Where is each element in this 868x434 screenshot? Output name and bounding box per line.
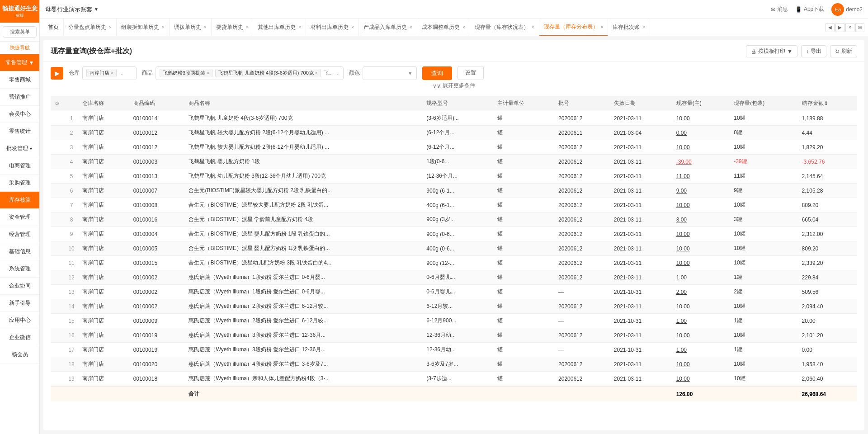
filter-expand-button[interactable]: ▶ — [51, 67, 63, 80]
settings-gear-icon[interactable]: ⚙ — [55, 100, 60, 107]
tab-close-icon[interactable]: × — [462, 25, 465, 30]
column-settings[interactable]: ⚙ — [51, 96, 63, 111]
user-avatar[interactable]: Ea demo2 — [831, 3, 863, 16]
tab-close-icon[interactable]: × — [351, 25, 354, 30]
tab-close-icon[interactable]: × — [601, 24, 604, 29]
tab-material-out-history[interactable]: 材料出库单历史 × — [306, 19, 359, 36]
row-unit: 罐 — [495, 227, 556, 241]
row-qty-main[interactable]: 11.00 — [674, 169, 731, 184]
row-qty-main[interactable]: 10.00 — [674, 299, 731, 314]
quick-nav-button[interactable]: 快捷导航 — [0, 42, 39, 54]
sidebar-item-wechat[interactable]: 企业微信 — [0, 329, 39, 346]
table-row: 17 南岸门店 00100019 惠氏启蔗（Wyeth illuma）3段奶粉 … — [51, 343, 857, 357]
tab-close-icon[interactable]: × — [162, 25, 165, 30]
expand-more-conditions[interactable]: ∨∨ 展开更多条件 — [51, 80, 857, 91]
row-qty-main[interactable]: 10.00 — [674, 198, 731, 212]
row-qty-main[interactable]: 10.00 — [674, 328, 731, 343]
row-qty-main[interactable]: 10.00 — [674, 357, 731, 372]
sidebar-item-stats[interactable]: 零售统计 — [0, 123, 39, 140]
tab-inventory-status[interactable]: 现存量（库存状况表） × — [470, 19, 539, 36]
query-button[interactable]: 查询 — [422, 66, 452, 80]
tab-close-icon[interactable]: × — [246, 25, 249, 30]
sidebar-item-system[interactable]: 系统管理 — [0, 260, 39, 278]
row-product-code: 00100002 — [131, 270, 186, 285]
row-qty-main[interactable]: 9.00 — [674, 184, 731, 198]
row-qty-main[interactable]: 2.00 — [674, 285, 731, 299]
tab-menu-button[interactable]: ⊟ — [855, 23, 864, 32]
tab-inventory-dist[interactable]: 现存量（库存分布表） × — [539, 19, 609, 36]
row-warehouse: 南岸门店 — [80, 357, 131, 372]
sidebar-item-inventory[interactable]: 库存核算 — [0, 192, 39, 209]
app-download-button[interactable]: 📱 App下载 — [795, 5, 824, 13]
tab-close-icon[interactable]: × — [204, 25, 207, 30]
sidebar-item-operations[interactable]: 经营管理 — [0, 226, 39, 243]
product-tag-container[interactable]: 飞鹤奶粉3段两提装 × 飞鹤星飞帆 儿童奶粉 4段(3-6岁适用) 700克 ×… — [156, 66, 344, 80]
sidebar-item-member2[interactable]: 畅会员 — [0, 346, 39, 363]
row-qty-main[interactable]: 10.00 — [674, 227, 731, 241]
row-qty-pack: 10罐 — [731, 372, 799, 387]
row-product-code: 00100015 — [131, 256, 186, 270]
sidebar-item-wholesale[interactable]: 批发管理 ▼ — [0, 140, 39, 157]
row-qty-main[interactable]: 10.00 — [674, 140, 731, 155]
row-qty-main[interactable]: -39.00 — [674, 155, 731, 169]
row-qty-main[interactable]: 10.00 — [674, 256, 731, 270]
tab-batch-account[interactable]: 库存批次账 × — [608, 19, 650, 36]
chevron-icon: ▼ — [29, 60, 34, 66]
product-tag-1-close[interactable]: × — [207, 71, 209, 75]
row-qty-main[interactable]: 10.00 — [674, 111, 731, 126]
tab-close-icon[interactable]: × — [298, 25, 301, 30]
tab-mix-history[interactable]: 调拨单历史 × — [170, 19, 212, 36]
sidebar-item-marketing[interactable]: 营销推广 — [0, 89, 39, 106]
row-qty-main[interactable]: 10.00 — [674, 241, 731, 256]
message-button[interactable]: ✉ 消息 — [771, 5, 788, 13]
tab-disassemble-history[interactable]: 组装拆卸单历史 × — [117, 19, 170, 36]
sidebar-item-ecommerce[interactable]: 电商管理 — [0, 157, 39, 175]
product-tag-2-close[interactable]: × — [315, 71, 318, 75]
row-qty-main[interactable]: 10.00 — [674, 372, 731, 387]
row-qty-main[interactable]: 0.00 — [674, 126, 731, 140]
sidebar-item-zero-shop[interactable]: 零售商城 — [0, 71, 39, 89]
tab-other-out-history[interactable]: 其他出库单历史 × — [253, 19, 306, 36]
row-batch: 20200612 — [556, 299, 611, 314]
row-balance: 1,829.20 — [799, 140, 857, 155]
row-qty-main[interactable]: 3.00 — [674, 212, 731, 227]
sidebar-item-finance[interactable]: 资金管理 — [0, 209, 39, 226]
sidebar-item-enterprise[interactable]: 企业协同 — [0, 278, 39, 295]
tab-prev-button[interactable]: ◀ — [826, 23, 835, 32]
row-qty-main[interactable]: 1.00 — [674, 270, 731, 285]
tab-product-in-history[interactable]: 产成品入库单历史 × — [359, 19, 417, 36]
tab-close-icon[interactable]: × — [410, 25, 412, 30]
sidebar-item-newguide[interactable]: 新手引导 — [0, 295, 39, 312]
row-qty-pack: 1罐 — [731, 270, 799, 285]
refresh-button[interactable]: ↻ 刷新 — [830, 45, 857, 57]
settings-button[interactable]: 设置 — [458, 66, 484, 80]
tab-close-all-button[interactable]: × — [845, 23, 854, 32]
warehouse-tag-container[interactable]: 南岸门店 × ... — [82, 66, 137, 80]
tab-split-check-history[interactable]: 分量盘点单历史 × — [64, 19, 117, 36]
sidebar-item-member[interactable]: 会员中心 — [0, 106, 39, 123]
sidebar-item-basic[interactable]: 基础信息 — [0, 243, 39, 260]
table-header-row: ⚙ 仓库名称 商品编码 商品名称 规格型号 主计量单位 批号 失效日期 现存量(… — [51, 96, 857, 111]
account-dropdown[interactable]: 母婴行业演示账套 ▼ — [45, 5, 99, 14]
tab-request-history[interactable]: 要货单历史 × — [212, 19, 254, 36]
tab-close-icon[interactable]: × — [532, 25, 534, 30]
row-qty-main[interactable]: 1.00 — [674, 314, 731, 328]
search-button[interactable]: 搜索英单 — [3, 26, 37, 38]
warehouse-tag-close[interactable]: × — [111, 71, 113, 75]
row-qty-pack: 10罐 — [731, 328, 799, 343]
row-balance: 4.44 — [799, 126, 857, 140]
tab-close-icon[interactable]: × — [109, 25, 112, 30]
export-button[interactable]: ↓ 导出 — [801, 45, 826, 57]
row-product-code: 00100020 — [131, 357, 186, 372]
color-tag-container[interactable]: ▼ — [363, 66, 417, 80]
sidebar-item-purchase[interactable]: 采购管理 — [0, 175, 39, 192]
tab-close-icon[interactable]: × — [642, 25, 645, 30]
sidebar-item-appcenter[interactable]: 应用中心 — [0, 312, 39, 329]
template-print-button[interactable]: 🖨 按模板打印 ▼ — [746, 45, 797, 57]
table-row: 12 南岸门店 00100002 惠氏启蔗（Wyeth illuma）1段奶粉 … — [51, 270, 857, 285]
sidebar-item-zero-retail[interactable]: 零售管理 ▼ — [0, 54, 39, 71]
row-qty-main[interactable]: 1.00 — [674, 343, 731, 357]
tab-next-button[interactable]: ▶ — [835, 23, 844, 32]
tab-cost-adjust-history[interactable]: 成本调整单历史 × — [417, 19, 470, 36]
tab-home[interactable]: 首页 — [43, 19, 64, 36]
